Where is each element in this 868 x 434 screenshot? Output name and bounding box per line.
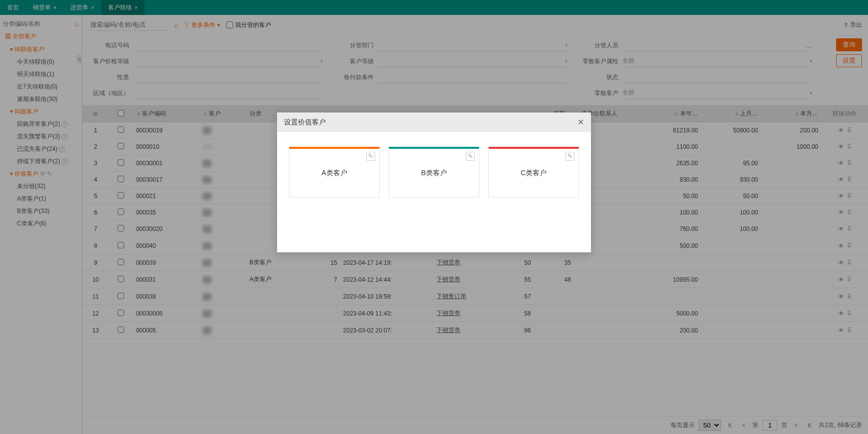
modal-title: 设置价值客户	[284, 118, 326, 127]
card-label: C类客户	[521, 169, 547, 178]
value-customer-modal: 设置价值客户 ✕ ✎ A类客户 ✎ B类客户 ✎ C类客户	[277, 112, 591, 252]
edit-icon[interactable]: ✎	[366, 152, 375, 161]
card-label: B类客户	[421, 169, 446, 178]
value-card-b[interactable]: ✎ B类客户	[389, 147, 479, 198]
value-card-c[interactable]: ✎ C类客户	[488, 147, 579, 198]
value-card-a[interactable]: ✎ A类客户	[289, 147, 380, 198]
card-label: A类客户	[321, 169, 347, 178]
close-icon[interactable]: ✕	[578, 117, 584, 127]
edit-icon[interactable]: ✎	[466, 152, 475, 161]
modal-overlay[interactable]: 设置价值客户 ✕ ✎ A类客户 ✎ B类客户 ✎ C类客户	[0, 0, 868, 434]
edit-icon[interactable]: ✎	[566, 152, 575, 161]
